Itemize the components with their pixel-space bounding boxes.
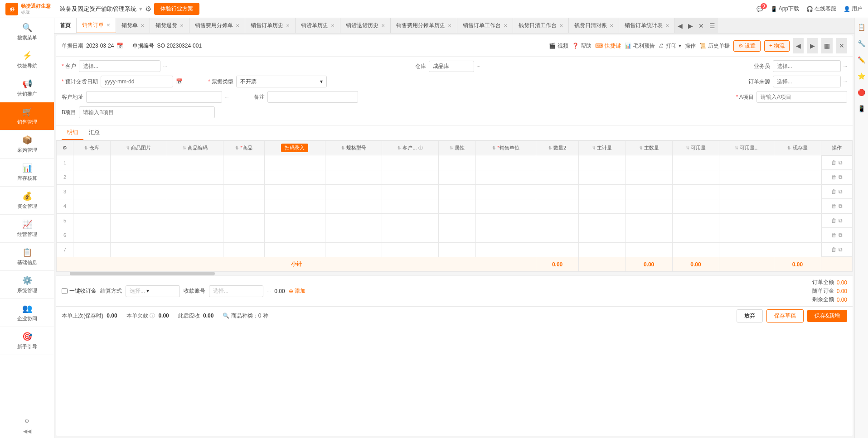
sidebar-item-search[interactable]: 🔍 搜索菜单 <box>0 18 54 46</box>
row-copy-icon[interactable]: ⧉ <box>839 203 843 209</box>
address-more-btn[interactable]: ··· <box>225 95 228 100</box>
payment-method-select[interactable]: 选择... ▾ <box>126 285 180 297</box>
form-prev-btn[interactable]: ◀ <box>793 38 804 53</box>
sidebar-item-quicknav[interactable]: ⚡ 快捷导航 <box>0 46 54 74</box>
sidebar-item-inventory[interactable]: 📊 库存核算 <box>0 159 54 187</box>
right-icon-settings[interactable]: 🔧 <box>856 38 867 49</box>
sidebar-item-purchase[interactable]: 📦 采购管理 <box>0 130 54 159</box>
row-delete-icon[interactable]: 🗑 <box>831 174 837 180</box>
tab-next-btn[interactable]: ▶ <box>685 18 696 34</box>
row-delete-icon[interactable]: 🗑 <box>831 159 837 166</box>
tab-close-icon[interactable]: ✕ <box>448 23 451 28</box>
online-support-link[interactable]: 🎧在线客服 <box>806 5 836 13</box>
row-copy-icon[interactable]: ⧉ <box>839 188 843 195</box>
tab-order-stats[interactable]: 销售订单统计表 ✕ <box>619 18 675 34</box>
tab-fee-history[interactable]: 销售费用分摊单历史 ✕ <box>391 18 457 34</box>
row-copy-icon[interactable]: ⧉ <box>839 174 843 180</box>
form-close-btn[interactable]: ✕ <box>836 38 847 53</box>
row-delete-icon[interactable]: 🗑 <box>831 246 837 253</box>
warehouse-more-btn[interactable]: ··· <box>477 64 480 69</box>
user-avatar[interactable]: 👤用户 <box>844 5 863 13</box>
row-copy-icon[interactable]: ⧉ <box>839 246 843 253</box>
tab-detail[interactable]: 明细 <box>62 126 83 140</box>
tab-return-history[interactable]: 销货退货历史 ✕ <box>340 18 391 34</box>
toolbar-view[interactable]: 🎬 视频 <box>549 42 568 50</box>
note-input[interactable] <box>267 91 358 103</box>
tab-close-icon[interactable]: ✕ <box>141 23 144 28</box>
tab-summary[interactable]: 汇总 <box>83 126 105 140</box>
toolbar-shortcut[interactable]: ⌨ 快捷键 <box>595 42 621 50</box>
form-next-btn[interactable]: ▶ <box>807 38 818 53</box>
right-icon-star[interactable]: ⭐ <box>856 71 867 82</box>
toolbar-help[interactable]: ❓ 帮助 <box>572 42 592 50</box>
row-delete-icon[interactable]: 🗑 <box>831 232 837 238</box>
sidebar-item-cooperation[interactable]: 👥 企业协同 <box>0 299 54 327</box>
scan-btn[interactable]: 扫码录入 <box>281 144 308 152</box>
row-copy-icon[interactable]: ⧉ <box>839 232 843 238</box>
tab-close-icon[interactable]: ✕ <box>236 23 239 28</box>
b-project-input[interactable] <box>79 106 215 118</box>
sidebar-item-guide[interactable]: 🎯 新手引导 <box>0 327 54 355</box>
right-icon-phone[interactable]: 📱 <box>856 103 867 114</box>
toolbar-print[interactable]: 🖨 打印 ▾ <box>659 42 681 50</box>
calendar-icon[interactable]: 📅 <box>116 43 123 49</box>
sidebar-item-management[interactable]: 📈 经营管理 <box>0 215 54 243</box>
calendar-icon[interactable]: 📅 <box>176 78 183 85</box>
sidebar-bottom-settings-icon[interactable]: ⚙ <box>24 418 29 424</box>
tab-close-icon[interactable]: ✕ <box>286 23 290 28</box>
tab-close-icon[interactable]: ✕ <box>331 23 335 28</box>
sidebar-item-sales[interactable]: 🛒 销售管理 <box>0 102 54 130</box>
form-settings-btn[interactable]: ⚙ 设置 <box>733 40 761 52</box>
right-icon-edit[interactable]: ✏️ <box>856 54 867 65</box>
tab-sales-order[interactable]: 销售订单 ✕ <box>77 18 116 34</box>
sidebar-item-basic-info[interactable]: 📋 基础信息 <box>0 243 54 271</box>
tab-order-workbench[interactable]: 销售订单工作台 ✕ <box>457 18 513 34</box>
tab-daily-reconcile[interactable]: 钱货日清对账 ✕ <box>569 18 619 34</box>
discard-btn[interactable]: 放弃 <box>737 309 763 322</box>
tab-close-icon[interactable]: ✕ <box>107 23 110 28</box>
tab-close-icon[interactable]: ✕ <box>180 23 184 28</box>
order-source-more-btn[interactable]: ··· <box>844 79 847 84</box>
staff-input[interactable] <box>773 60 841 72</box>
tab-invoice[interactable]: 销货单 ✕ <box>116 18 150 34</box>
customer-more-btn[interactable]: ··· <box>163 64 167 69</box>
tab-home[interactable]: 首页 <box>54 18 77 34</box>
row-copy-icon[interactable]: ⧉ <box>839 217 843 224</box>
right-icon-alert[interactable]: 🔴 <box>856 87 867 98</box>
row-copy-icon[interactable]: ⧉ <box>839 159 843 166</box>
message-icon[interactable]: 💬 9 <box>756 6 763 12</box>
staff-more-btn[interactable]: ··· <box>844 64 847 69</box>
horizontal-scrollbar[interactable] <box>56 272 853 275</box>
col-settings[interactable]: ⚙ <box>57 141 73 155</box>
tab-prev-btn[interactable]: ◀ <box>675 18 685 34</box>
one-click-checkbox[interactable] <box>62 288 68 294</box>
form-grid-btn[interactable]: ▦ <box>821 38 833 53</box>
toolbar-operation[interactable]: 操作 <box>685 42 696 50</box>
tab-daily-clear[interactable]: 钱货日清工作台 ✕ <box>513 18 569 34</box>
tab-close-icon[interactable]: ✕ <box>504 23 507 28</box>
account-select[interactable]: 选择... <box>209 285 263 297</box>
tab-close-icon[interactable]: ✕ <box>559 23 563 28</box>
save-new-btn[interactable]: 保存&新增 <box>807 310 847 322</box>
tab-close-all-btn[interactable]: ✕ <box>696 18 707 34</box>
app-download-link[interactable]: 📱App下载 <box>771 5 799 13</box>
tab-close-icon[interactable]: ✕ <box>381 23 385 28</box>
toolbar-history[interactable]: 📜 历史单据 <box>699 42 730 50</box>
add-btn[interactable]: ⊕ 添加 <box>289 287 305 295</box>
row-delete-icon[interactable]: 🗑 <box>831 217 837 224</box>
address-input[interactable] <box>86 91 222 103</box>
row-delete-icon[interactable]: 🗑 <box>831 203 837 209</box>
add-logistics-btn[interactable]: + 物流 <box>764 40 790 52</box>
tab-close-icon[interactable]: ✕ <box>610 23 613 28</box>
tab-invoice-history[interactable]: 销货单历史 ✕ <box>296 18 340 34</box>
save-draft-btn[interactable]: 保存草稿 <box>766 309 804 322</box>
a-project-input[interactable] <box>756 91 847 103</box>
chevron-down-icon[interactable]: ▾ <box>139 5 142 12</box>
settings-icon[interactable]: ⚙ <box>145 5 151 13</box>
tab-close-icon[interactable]: ✕ <box>665 23 669 28</box>
industry-btn[interactable]: 体验行业方案 <box>154 3 199 15</box>
tab-order-history[interactable]: 销售订单历史 ✕ <box>245 18 296 34</box>
tab-menu-btn[interactable]: ☰ <box>707 18 718 34</box>
sidebar-item-finance[interactable]: 💰 资金管理 <box>0 187 54 215</box>
order-source-input[interactable] <box>773 76 841 87</box>
